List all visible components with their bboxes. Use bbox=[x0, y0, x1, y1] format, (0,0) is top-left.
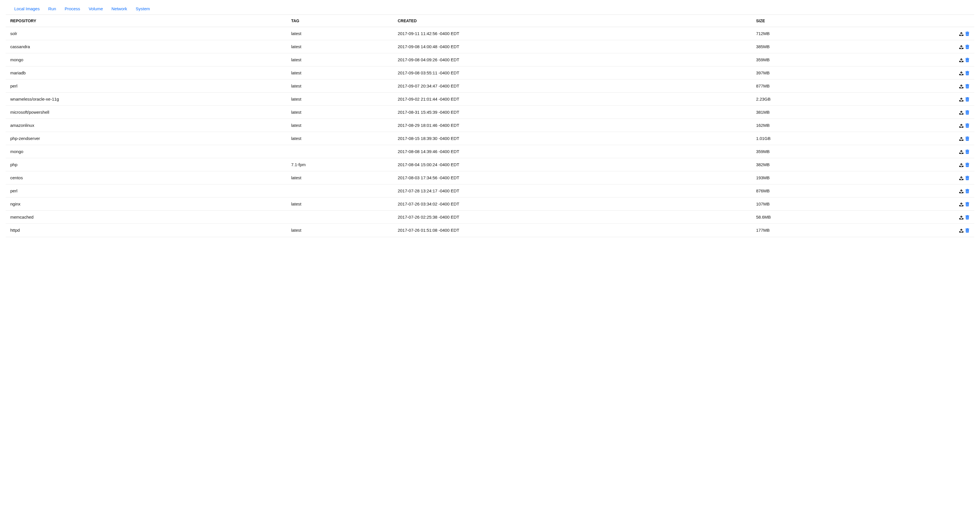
cell-repository: cassandra bbox=[6, 40, 286, 53]
cell-created: 2017-08-15 18:39:30 -0400 EDT bbox=[393, 132, 751, 145]
upload-icon[interactable] bbox=[959, 228, 964, 233]
cell-size: 177MB bbox=[751, 224, 858, 237]
cell-repository: perl bbox=[6, 185, 286, 197]
cell-created: 2017-08-08 14:39:46 -0400 EDT bbox=[393, 145, 751, 158]
cell-size: 877MB bbox=[751, 80, 858, 92]
table-row: php-zendserverlatest2017-08-15 18:39:30 … bbox=[6, 132, 974, 145]
trash-icon[interactable] bbox=[965, 44, 970, 49]
upload-icon[interactable] bbox=[959, 136, 964, 141]
upload-icon[interactable] bbox=[959, 123, 964, 128]
cell-repository: nginx bbox=[6, 197, 286, 211]
cell-actions bbox=[858, 106, 974, 119]
cell-tag: latest bbox=[286, 40, 393, 53]
cell-repository: mongo bbox=[6, 145, 286, 158]
cell-repository: perl bbox=[6, 80, 286, 92]
trash-icon[interactable] bbox=[965, 136, 970, 141]
images-table: REPOSITORY TAG CREATED SIZE solrlatest20… bbox=[6, 15, 974, 237]
upload-icon[interactable] bbox=[959, 188, 964, 194]
upload-icon[interactable] bbox=[959, 175, 964, 180]
header-tag[interactable]: TAG bbox=[286, 15, 393, 27]
tab-local-images[interactable]: Local Images bbox=[10, 3, 44, 14]
upload-icon[interactable] bbox=[959, 149, 964, 154]
cell-repository: solr bbox=[6, 27, 286, 40]
cell-tag bbox=[286, 185, 393, 197]
trash-icon[interactable] bbox=[965, 110, 970, 115]
header-actions bbox=[858, 15, 974, 27]
table-row: mongo2017-08-08 14:39:46 -0400 EDT359MB bbox=[6, 145, 974, 158]
cell-created: 2017-09-02 21:01:44 -0400 EDT bbox=[393, 92, 751, 106]
trash-icon[interactable] bbox=[965, 31, 970, 36]
cell-size: 107MB bbox=[751, 197, 858, 211]
upload-icon[interactable] bbox=[959, 162, 964, 167]
trash-icon[interactable] bbox=[965, 162, 970, 167]
cell-created: 2017-09-08 14:00:48 -0400 EDT bbox=[393, 40, 751, 53]
upload-icon[interactable] bbox=[959, 110, 964, 115]
cell-size: 162MB bbox=[751, 119, 858, 132]
table-row: perl2017-07-28 13:24:17 -0400 EDT876MB bbox=[6, 185, 974, 197]
cell-size: 1.01GB bbox=[751, 132, 858, 145]
cell-actions bbox=[858, 92, 974, 106]
upload-icon[interactable] bbox=[959, 215, 964, 220]
tab-system[interactable]: System bbox=[131, 3, 154, 14]
tab-volume[interactable]: Volume bbox=[84, 3, 107, 14]
upload-icon[interactable] bbox=[959, 44, 964, 49]
cell-actions bbox=[858, 185, 974, 197]
header-created[interactable]: CREATED bbox=[393, 15, 751, 27]
upload-icon[interactable] bbox=[959, 70, 964, 76]
trash-icon[interactable] bbox=[965, 228, 970, 233]
trash-icon[interactable] bbox=[965, 97, 970, 102]
cell-actions bbox=[858, 224, 974, 237]
cell-size: 397MB bbox=[751, 67, 858, 80]
cell-size: 193MB bbox=[751, 171, 858, 185]
table-row: perllatest2017-09-07 20:34:47 -0400 EDT8… bbox=[6, 80, 974, 92]
trash-icon[interactable] bbox=[965, 188, 970, 194]
cell-tag: latest bbox=[286, 224, 393, 237]
header-size[interactable]: SIZE bbox=[751, 15, 858, 27]
cell-tag: latest bbox=[286, 53, 393, 67]
cell-repository: microsoft/powershell bbox=[6, 106, 286, 119]
table-row: memcached2017-07-26 02:25:38 -0400 EDT58… bbox=[6, 211, 974, 224]
cell-created: 2017-09-08 04:09:26 -0400 EDT bbox=[393, 53, 751, 67]
cell-created: 2017-07-26 03:34:02 -0400 EDT bbox=[393, 197, 751, 211]
cell-repository: centos bbox=[6, 171, 286, 185]
cell-actions bbox=[858, 171, 974, 185]
trash-icon[interactable] bbox=[965, 175, 970, 180]
trash-icon[interactable] bbox=[965, 123, 970, 128]
upload-icon[interactable] bbox=[959, 31, 964, 36]
upload-icon[interactable] bbox=[959, 202, 964, 207]
trash-icon[interactable] bbox=[965, 57, 970, 62]
trash-icon[interactable] bbox=[965, 149, 970, 154]
cell-tag: 7.1-fpm bbox=[286, 158, 393, 171]
trash-icon[interactable] bbox=[965, 70, 970, 76]
table-row: amazonlinuxlatest2017-08-29 18:01:46 -04… bbox=[6, 119, 974, 132]
cell-tag: latest bbox=[286, 27, 393, 40]
cell-tag: latest bbox=[286, 197, 393, 211]
upload-icon[interactable] bbox=[959, 57, 964, 62]
trash-icon[interactable] bbox=[965, 84, 970, 89]
upload-icon[interactable] bbox=[959, 97, 964, 102]
trash-icon[interactable] bbox=[965, 202, 970, 207]
cell-actions bbox=[858, 53, 974, 67]
upload-icon[interactable] bbox=[959, 84, 964, 89]
cell-actions bbox=[858, 197, 974, 211]
tab-run[interactable]: Run bbox=[44, 3, 60, 14]
tab-process[interactable]: Process bbox=[60, 3, 84, 14]
table-row: mongolatest2017-09-08 04:09:26 -0400 EDT… bbox=[6, 53, 974, 67]
trash-icon[interactable] bbox=[965, 215, 970, 220]
cell-size: 381MB bbox=[751, 106, 858, 119]
table-row: nginxlatest2017-07-26 03:34:02 -0400 EDT… bbox=[6, 197, 974, 211]
cell-actions bbox=[858, 132, 974, 145]
cell-tag: latest bbox=[286, 171, 393, 185]
cell-repository: php bbox=[6, 158, 286, 171]
tab-network[interactable]: Network bbox=[107, 3, 131, 14]
cell-actions bbox=[858, 119, 974, 132]
cell-repository: php-zendserver bbox=[6, 132, 286, 145]
cell-actions bbox=[858, 67, 974, 80]
table-row: httpdlatest2017-07-26 01:51:08 -0400 EDT… bbox=[6, 224, 974, 237]
cell-tag: latest bbox=[286, 80, 393, 92]
header-repository[interactable]: REPOSITORY bbox=[6, 15, 286, 27]
cell-repository: amazonlinux bbox=[6, 119, 286, 132]
cell-created: 2017-08-29 18:01:46 -0400 EDT bbox=[393, 119, 751, 132]
table-row: php7.1-fpm2017-08-04 15:00:24 -0400 EDT3… bbox=[6, 158, 974, 171]
cell-created: 2017-08-03 17:34:56 -0400 EDT bbox=[393, 171, 751, 185]
